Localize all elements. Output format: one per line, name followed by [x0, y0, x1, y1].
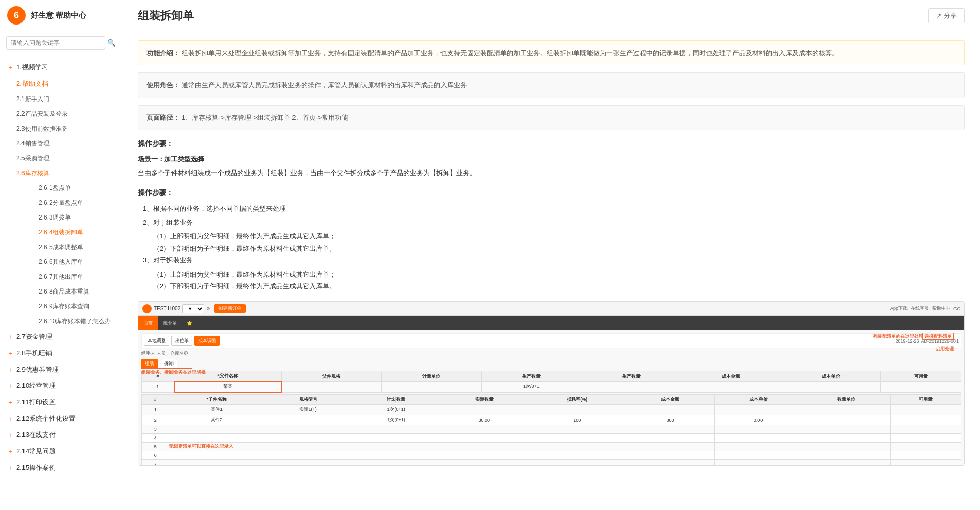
table-cell	[890, 460, 961, 466]
sidebar-item-2-6-8[interactable]: 2.6.8商品成本重算	[22, 284, 122, 299]
expand-icon: ＋	[7, 447, 13, 456]
app-sub-col10: 可用量	[890, 395, 961, 405]
step3-1: （1）上部明细为父件明细，最终作为原材料生成其它出库单；	[153, 269, 965, 280]
step1: 1、根据不同的业务，选择不同单据的类型来处理	[143, 203, 965, 214]
table-cell	[264, 460, 352, 466]
table-cell	[381, 381, 481, 392]
sidebar-item-2-6-10[interactable]: 2.6.10库存账本错了怎么办	[22, 314, 122, 329]
sidebar-item-docs[interactable]: － 2.帮助文档	[0, 76, 122, 92]
sidebar-item-2-13[interactable]: ＋ 2.13在线支付	[0, 427, 122, 443]
sidebar-item-2-6-2[interactable]: 2.6.2分量盘点单	[22, 196, 122, 210]
table-cell	[890, 405, 961, 415]
role-text: 通常由生产人员或库管人员完成拆装业务的操作，库管人员确认原材料的出库和产成品的入…	[182, 81, 467, 89]
sidebar-item-video[interactable]: ＋ 1.视频学习	[0, 59, 122, 76]
app-nav-fav[interactable]: ⭐	[182, 316, 198, 330]
app-title: 好生意 帮助中心	[31, 11, 86, 20]
table-row: 1 某件1 实际1(+) 1次(0+1)	[142, 405, 961, 415]
sidebar-item-2-6-1[interactable]: 2.6.1盘点单	[22, 181, 122, 196]
content-area: 功能介绍： 组装拆卸单用来处理企业组装或拆卸等加工业务，支持有固定装配清单的产品…	[122, 30, 980, 485]
app-type-assemble[interactable]: 组装	[141, 359, 158, 369]
table-cell: 0.00	[714, 415, 802, 425]
app-topbar-menu1: App下载	[890, 305, 908, 312]
sidebar-item-label: 2.9优惠券管理	[16, 365, 59, 374]
app-btn-adjust[interactable]: 本地调整	[144, 336, 169, 346]
table-row: 2 某件2 1次(0+1) 30.00 100 800 0.00	[142, 415, 961, 425]
table-cell	[802, 460, 891, 466]
sidebar-item-2-12[interactable]: ＋ 2.12系统个性化设置	[0, 410, 122, 427]
sidebar-item-2-11[interactable]: ＋ 2.11打印设置	[0, 394, 122, 410]
sidebar-item-2-2[interactable]: 2.2产品安装及登录	[0, 107, 122, 122]
table-cell	[440, 460, 528, 466]
table-cell	[528, 451, 626, 460]
table-cell: 某某	[174, 381, 282, 392]
table-cell: 某件2	[169, 415, 264, 425]
sidebar-item-2-7[interactable]: ＋ 2.7资金管理	[0, 329, 122, 345]
sidebar-item-2-5[interactable]: 2.5采购管理	[0, 151, 122, 166]
app-sub-col2: *子件名称	[169, 395, 264, 405]
sidebar-item-2-6-7[interactable]: 2.6.7其他出库单	[22, 270, 122, 284]
sidebar-item-2-6-3[interactable]: 2.6.3调拨单	[22, 210, 122, 225]
table-cell	[169, 460, 264, 466]
expand-icon: ＋	[7, 464, 13, 472]
search-button[interactable]: 🔍	[107, 39, 116, 47]
app-nav-home[interactable]: 自页	[138, 316, 158, 330]
sidebar-item-2-6-5[interactable]: 2.6.5成本调整单	[22, 240, 122, 255]
app-btn-exit[interactable]: 出位单	[172, 336, 192, 346]
sidebar-item-label: 2.15操作案例	[16, 463, 56, 472]
table-cell	[352, 451, 440, 460]
table-cell	[440, 425, 528, 434]
expand-icon: ＋	[7, 431, 13, 440]
nav-sub-docs: 2.1新手入门 2.2产品安装及登录 2.3使用前数据准备 2.4销售管理 2.…	[0, 92, 122, 329]
table-cell: 2	[142, 415, 169, 425]
sidebar-item-2-1[interactable]: 2.1新手入门	[0, 92, 122, 107]
table-row: 3	[142, 425, 961, 434]
step3-sub: （1）上部明细为父件明细，最终作为原材料生成其它出库单； （2）下部明细为子件明…	[153, 269, 965, 293]
sidebar-item-2-14[interactable]: ＋ 2.14常见问题	[0, 443, 122, 459]
table-cell	[264, 425, 352, 434]
search-input[interactable]	[6, 36, 105, 50]
sidebar-item-2-6-4[interactable]: 2.6.4组装拆卸单	[22, 225, 122, 240]
sidebar-item-2-15[interactable]: ＋ 2.15操作案例	[0, 459, 122, 476]
sidebar-item-2-9[interactable]: ＋ 2.9优惠券管理	[0, 361, 122, 378]
app-btn-cost[interactable]: 成本调整	[194, 336, 220, 346]
func-intro-label: 功能介绍：	[146, 49, 180, 57]
table-cell	[528, 405, 626, 415]
sidebar-item-2-6-6[interactable]: 2.6.6其他入库单	[22, 255, 122, 270]
sidebar-item-label: 2.11打印设置	[16, 398, 56, 407]
table-cell	[890, 434, 961, 443]
app-table-col2: *父件名称	[174, 371, 282, 382]
app-dropdown[interactable]: ▼	[182, 304, 204, 313]
func-intro-block: 功能介绍： 组装拆卸单用来处理企业组装或拆卸等加工业务，支持有固定装配清单的产品…	[138, 40, 965, 65]
table-cell	[714, 460, 802, 466]
app-type-disassemble[interactable]: 拆卸	[161, 359, 177, 369]
app-logo	[142, 304, 152, 313]
sidebar-item-2-3[interactable]: 2.3使用前数据准备	[0, 122, 122, 136]
expand-icon: ＋	[7, 366, 13, 374]
app-topbar-menu2: 在线客服	[911, 305, 929, 312]
sidebar-item-2-6[interactable]: 2.6库存核算	[0, 166, 122, 181]
app-table-col7: 成本金额	[681, 371, 781, 382]
role-label: 使用角色：	[146, 81, 180, 89]
table-cell	[169, 451, 264, 460]
app-info-qty: 经手人 人员	[141, 350, 166, 357]
sidebar-item-2-8[interactable]: ＋ 2.8手机旺铺	[0, 345, 122, 361]
app-new-order-btn[interactable]: 创建新订单	[214, 304, 246, 313]
table-row: 5	[142, 443, 961, 451]
sidebar-item-2-4[interactable]: 2.4销售管理	[0, 136, 122, 151]
share-button[interactable]: ↗ 分享	[928, 8, 965, 23]
table-cell: 1次(0+1)	[352, 415, 440, 425]
app-topbar-icon1: ⚙	[206, 306, 210, 311]
table-cell	[440, 451, 528, 460]
path-text: 1、库存核算->库存管理->组装拆卸单 2、首页->常用功能	[182, 114, 349, 122]
table-cell: 实际1(+)	[264, 405, 352, 415]
sidebar-item-2-6-9[interactable]: 2.6.9库存账本查询	[22, 299, 122, 314]
table-cell: 3	[142, 425, 169, 434]
app-table-col4: 计量单位	[381, 371, 481, 382]
table-cell	[714, 405, 802, 415]
sidebar-item-2-10[interactable]: ＋ 2.10经营管理	[0, 378, 122, 394]
app-sub-col1: #	[142, 395, 169, 405]
app-date: 2019-12-26	[895, 338, 919, 344]
app-nav-new[interactable]: 新增单	[158, 316, 182, 330]
expand-icon: ＋	[7, 415, 13, 423]
sidebar-item-label: 2.14常见问题	[16, 447, 56, 456]
